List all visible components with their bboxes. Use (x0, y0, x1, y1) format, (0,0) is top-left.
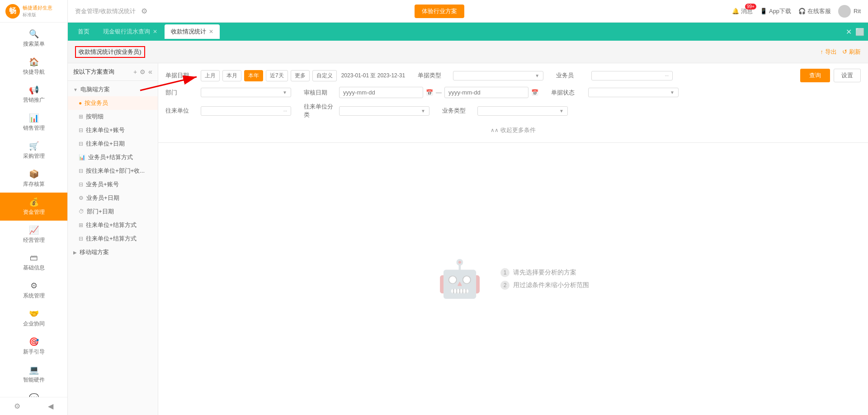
tree-item-dept-date-icon: ⏱ (79, 208, 84, 215)
plan-tree: ▼ 电脑端方案 ● 按业务员 ⊞ 按明细 ⊟ 往来单位+账号 (68, 81, 158, 261)
sidebar-item-operation[interactable]: 📈 经营管理 (0, 221, 67, 249)
tree-item-partner-account-icon: ⊟ (79, 127, 83, 133)
customer-service-btn[interactable]: 🎧 在线客服 (798, 7, 831, 15)
tab-home[interactable]: 首页 (71, 24, 96, 39)
tab-bar-right: ✕ ⬜ (846, 28, 864, 36)
salesman-label: 业务员 (556, 71, 588, 80)
tab-collection-close-icon[interactable]: ✕ (209, 28, 213, 35)
business-type-arrow: ▼ (559, 108, 564, 113)
tree-item-salesman-account-icon: ⊟ (79, 181, 83, 188)
panel-add-btn[interactable]: + (133, 68, 137, 75)
partner-select[interactable]: ··· (201, 106, 291, 116)
tree-item-partner-dept-col[interactable]: ⊟ 按往来单位+部门+收... (68, 164, 158, 178)
chevron-up-icon: ∧∧ (491, 127, 499, 133)
tree-item-salesman-settle[interactable]: 📊 业务员+结算方式 (68, 151, 158, 164)
voucher-status-arrow: ▼ (670, 90, 675, 95)
search-nav-icon: 🔍 (29, 29, 39, 39)
tree-item-partner-date[interactable]: ⊟ 往来单位+日期 (68, 137, 158, 151)
partner-category-select[interactable]: ▼ (339, 106, 429, 116)
desktop-group: ▼ 电脑端方案 ● 按业务员 ⊞ 按明细 ⊟ 往来单位+账号 (68, 83, 158, 245)
tree-item-salesman-settle-icon: 📊 (79, 154, 85, 160)
app-download-btn[interactable]: 📱 App下载 (760, 7, 791, 15)
voucher-status-select[interactable]: ▼ (588, 88, 679, 97)
sidebar-item-system[interactable]: ⚙ 系统管理 (0, 276, 67, 304)
last7days-btn[interactable]: 近7天 (266, 70, 288, 81)
this-month-btn[interactable]: 本月 (222, 70, 241, 81)
tree-item-salesman-icon: ● (79, 100, 82, 106)
last-month-btn[interactable]: 上月 (201, 70, 220, 81)
wechat-nav-icon: 💬 (29, 393, 39, 397)
system-nav-icon: ⚙ (30, 281, 38, 291)
custom-date-btn[interactable]: 自定义 (312, 70, 337, 81)
calendar-to-icon[interactable]: 📅 (531, 89, 538, 96)
left-panel: 按以下方案查询 + ⚙ « ▼ 电脑端方案 ● 按业务员 (68, 63, 158, 415)
sidebar-item-guide[interactable]: 🎯 新手引导 (0, 332, 67, 360)
tree-item-by-salesman[interactable]: ● 按业务员 (68, 96, 158, 110)
sidebar-item-basic[interactable]: 🗃 基础信息 (0, 249, 67, 276)
maximize-window-icon[interactable]: ⬜ (855, 28, 864, 36)
date-label: 单据日期 (165, 71, 197, 80)
trial-button[interactable]: 体验行业方案 (415, 5, 464, 18)
sidebar-item-purchase[interactable]: 🛒 采购管理 (0, 137, 67, 165)
sidebar-item-sales[interactable]: 📊 销售管理 (0, 108, 67, 137)
empty-step-2: 2 用过滤条件来缩小分析范围 (500, 281, 589, 290)
sidebar-item-quicknav[interactable]: 🏠 快捷导航 (0, 52, 67, 80)
filter-row-2: 部门 ▼ 审核日期 📅 — 📅 单据状态 (165, 87, 861, 98)
collapse-filter-btn[interactable]: ∧∧ 收起更多条件 (165, 123, 861, 137)
tab-collection[interactable]: 收款情况统计 ✕ (165, 24, 220, 39)
sidebar-logo: 畅 畅捷通好生意 标准版 (0, 0, 67, 23)
mobile-group-header[interactable]: ▶ 移动端方案 (68, 245, 158, 259)
sidebar: 畅 畅捷通好生意 标准版 🔍 搜索菜单 🏠 快捷导航 📢 营销推广 📊 销售管理… (0, 0, 68, 415)
sidebar-item-marketing[interactable]: 📢 营销推广 (0, 80, 67, 108)
sidebar-item-search[interactable]: 🔍 搜索菜单 (0, 24, 67, 52)
export-button[interactable]: ↑ 导出 (821, 48, 837, 56)
close-window-icon[interactable]: ✕ (846, 28, 852, 36)
partner-category-label: 往来单位分类 (304, 103, 335, 119)
panel-settings-btn[interactable]: ⚙ (140, 68, 146, 75)
tree-item-salesman-date[interactable]: ⚙ 业务员+日期 (68, 191, 158, 205)
sidebar-collapse-btn[interactable]: ◀ (48, 402, 53, 410)
sidebar-item-wechat[interactable]: 💬 企业微信 (0, 388, 67, 397)
this-year-btn[interactable]: 本年 (244, 70, 263, 81)
inventory-nav-icon: 📦 (29, 169, 39, 179)
empty-robot-icon: 🤖 (437, 258, 482, 300)
business-type-select[interactable]: ▼ (477, 106, 568, 116)
bell-icon: 🔔 (732, 8, 739, 14)
audit-from-input[interactable] (339, 87, 423, 98)
tree-item-partner-settle1[interactable]: ⊞ 往来单位+结算方式 (68, 218, 158, 232)
settings-button[interactable]: 设置 (834, 69, 861, 82)
filter-area: 单据日期 上月 本月 本年 近7天 更多 自定义 2023-01-01 至 20… (158, 63, 868, 143)
tree-item-partner-account[interactable]: ⊟ 往来单位+账号 (68, 123, 158, 137)
main-content: 资金管理/收款情况统计 ⚙ 体验行业方案 🔔 消息 99+ 📱 App下载 🎧 … (68, 0, 868, 415)
sidebar-item-coop[interactable]: 🤝 企业协同 (0, 304, 67, 332)
audit-to-input[interactable] (444, 87, 528, 98)
sidebar-settings-btn[interactable]: ⚙ (14, 402, 20, 410)
panel-collapse-btn[interactable]: « (148, 68, 152, 76)
header-gear-icon[interactable]: ⚙ (141, 7, 147, 15)
tree-item-partner-settle2[interactable]: ⊟ 往来单位+结算方式 (68, 232, 158, 245)
panel-header-icons: + ⚙ « (133, 68, 152, 76)
calendar-from-icon[interactable]: 📅 (426, 89, 433, 96)
notification-btn[interactable]: 🔔 消息 99+ (732, 7, 753, 15)
tree-item-by-detail[interactable]: ⊞ 按明细 (68, 110, 158, 123)
query-button[interactable]: 查询 (800, 69, 830, 82)
headset-icon: 🎧 (798, 8, 806, 14)
salesman-select-dots: ··· (665, 73, 669, 78)
operation-nav-icon: 📈 (29, 225, 39, 235)
tree-item-detail-icon: ⊞ (79, 113, 83, 120)
refresh-button[interactable]: ↺ 刷新 (842, 48, 861, 56)
sidebar-item-hardware[interactable]: 💻 智能硬件 (0, 360, 67, 388)
sidebar-item-inventory[interactable]: 📦 库存核算 (0, 165, 67, 193)
tab-bank-close-icon[interactable]: ✕ (153, 28, 157, 35)
more-date-btn[interactable]: 更多 (291, 70, 310, 81)
voucher-type-select[interactable]: ▼ (453, 71, 543, 80)
phone-icon: 📱 (760, 8, 767, 14)
sidebar-item-finance[interactable]: 💰 资金管理 (0, 193, 67, 221)
desktop-group-header[interactable]: ▼ 电脑端方案 (68, 83, 158, 96)
dept-select[interactable]: ▼ (201, 88, 291, 97)
voucher-type-arrow-icon: ▼ (535, 73, 539, 78)
tree-item-dept-date[interactable]: ⏱ 部门+日期 (68, 205, 158, 218)
tab-bank[interactable]: 现金银行流水查询 ✕ (97, 24, 164, 39)
salesman-select[interactable]: ··· (591, 71, 673, 80)
tree-item-salesman-account[interactable]: ⊟ 业务员+账号 (68, 178, 158, 191)
